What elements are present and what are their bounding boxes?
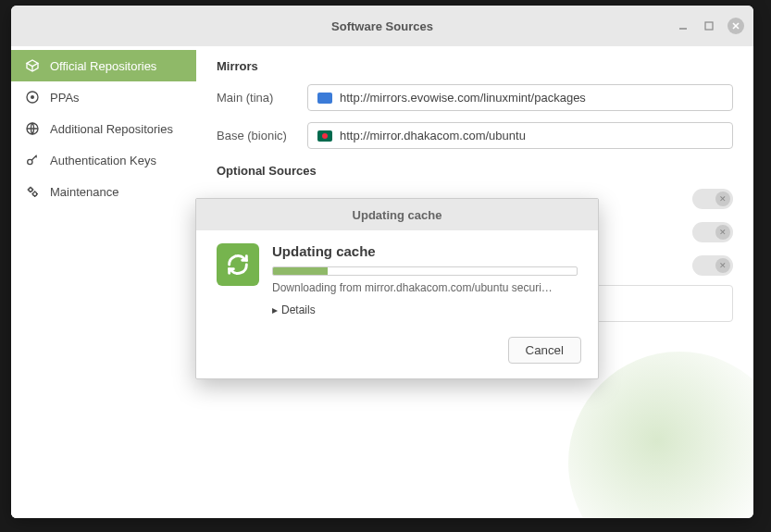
close-button[interactable] [727,18,744,34]
svg-point-7 [28,159,32,164]
sidebar-item-label: Official Repositories [50,59,156,73]
dialog-status-text: Downloading from mirror.dhakacom.com/ubu… [272,281,578,294]
mirror-main-label: Main (tina) [217,91,292,105]
mirror-base-field[interactable]: http://mirror.dhakacom.com/ubuntu [307,122,733,149]
minimize-button[interactable] [676,19,690,33]
progress-fill [273,267,328,275]
details-expander[interactable]: ▸ Details [272,303,578,316]
box-icon [24,57,41,74]
sidebar-item-additional-repositories[interactable]: Additional Repositories [11,113,196,144]
flag-un-icon [317,93,332,104]
svg-rect-1 [705,22,713,30]
sidebar-item-label: Additional Repositories [50,122,173,136]
mirror-main-field[interactable]: http://mirrors.evowise.com/linuxmint/pac… [307,84,733,111]
dialog-text: Updating cache Downloading from mirror.d… [272,243,578,318]
sidebar-item-authentication-keys[interactable]: Authentication Keys [11,144,196,176]
maximize-button[interactable] [702,19,716,33]
svg-point-5 [31,95,34,99]
optional-toggle-3[interactable] [692,255,733,276]
titlebar: Software Sources [11,6,753,46]
dialog-title: Updating cache [196,199,598,230]
mirror-base-label: Base (bionic) [217,129,292,142]
chevron-right-icon: ▸ [272,303,278,316]
sidebar-item-label: PPAs [50,91,80,105]
optional-section-title: Optional Sources [217,164,733,178]
progress-bar [272,266,578,276]
window-controls [676,18,744,34]
sidebar: Official Repositories PPAs Additional Re… [11,46,196,518]
cancel-button[interactable]: Cancel [508,337,582,364]
circle-dot-icon [24,89,41,105]
mirrors-section-title: Mirrors [217,59,733,73]
sidebar-item-ppas[interactable]: PPAs [11,81,196,113]
optional-toggle-2[interactable] [692,222,733,242]
refresh-icon [217,243,259,286]
dialog-footer: Cancel [196,328,598,378]
window-title: Software Sources [331,19,433,33]
mirror-base-row: Base (bionic) http://mirror.dhakacom.com… [217,122,733,149]
sidebar-item-official-repositories[interactable]: Official Repositories [11,50,196,81]
svg-point-8 [29,188,32,192]
gears-icon [24,183,41,200]
mirror-main-row: Main (tina) http://mirrors.evowise.com/l… [217,84,733,111]
details-label: Details [281,303,316,316]
sidebar-item-label: Authentication Keys [50,154,156,167]
sidebar-item-maintenance[interactable]: Maintenance [11,176,196,207]
mirror-base-value: http://mirror.dhakacom.com/ubuntu [340,129,526,142]
key-icon [24,152,41,168]
optional-toggle-1[interactable] [692,189,733,209]
dialog-heading: Updating cache [272,243,578,259]
flag-bd-icon [317,130,332,142]
svg-point-9 [33,192,37,196]
updating-cache-dialog: Updating cache Updating cache Downloadin… [195,198,599,379]
globe-icon [24,120,41,137]
dialog-body: Updating cache Downloading from mirror.d… [196,230,598,328]
mirror-main-value: http://mirrors.evowise.com/linuxmint/pac… [340,91,586,105]
sidebar-item-label: Maintenance [50,185,118,199]
